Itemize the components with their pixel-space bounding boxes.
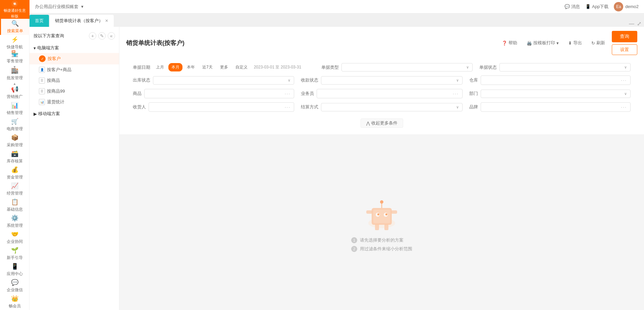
- bill-type-label: 单据类型: [321, 64, 339, 70]
- by-product-99-icon: ☰: [39, 88, 45, 94]
- brand-input[interactable]: ···: [481, 102, 631, 112]
- svg-text:畅: 畅: [13, 2, 16, 5]
- dept-arrow: ∨: [624, 92, 627, 96]
- query-button[interactable]: 查询: [612, 31, 637, 42]
- sidebar-item-inventory[interactable]: 🗃️ 库存核算: [0, 149, 30, 165]
- dept-input[interactable]: ∨: [481, 90, 631, 98]
- mobile-section-label[interactable]: ▶ 移动端方案: [30, 109, 119, 119]
- date-btn-lastmonth[interactable]: 上月: [153, 63, 167, 71]
- sidebar-item-marketing[interactable]: 📢 营销推广: [0, 85, 30, 101]
- scheme-item-by-customer-product[interactable]: 👤 按客户+商品: [30, 64, 119, 75]
- receive-status-label: 收款状态: [301, 77, 318, 83]
- settlement-filter: 结算方式 ∨: [301, 103, 462, 111]
- tab-close-icon[interactable]: ✕: [105, 18, 108, 23]
- mobile-triangle-icon: ▶: [34, 111, 37, 116]
- collapse-btn[interactable]: ⋀ 收起更多条件: [361, 118, 403, 128]
- edit-scheme-btn[interactable]: ✎: [98, 32, 106, 40]
- print-icon: 🖨️: [527, 41, 532, 46]
- download-icon: 📱: [585, 4, 591, 9]
- date-btn-more[interactable]: 更多: [217, 63, 231, 71]
- date-btn-7days[interactable]: 近7天: [199, 63, 216, 71]
- help-icon: ❓: [502, 41, 507, 46]
- receiver-input[interactable]: ···: [149, 102, 294, 112]
- staff-input[interactable]: ···: [317, 89, 462, 98]
- date-btn-thisyear[interactable]: 本年: [184, 63, 198, 71]
- return-stats-icon: 📊: [39, 99, 45, 105]
- quicknav-icon: ⚡: [11, 36, 18, 43]
- newbie-icon: 🌱: [11, 247, 18, 254]
- top-header: 办公用品行业模拟账套 ▾ 💬 消息 📱 App下载 Ea demo2: [30, 0, 644, 13]
- app-download-btn[interactable]: 📱 App下载: [585, 4, 608, 10]
- sidebar-ecommerce-label: 电商管理: [7, 126, 23, 132]
- date-btn-custom[interactable]: 自定义: [232, 63, 251, 71]
- sidebar-item-basics[interactable]: 📋 基础信息: [0, 197, 30, 213]
- sidebar-item-system[interactable]: ⚙️ 系统管理: [0, 213, 30, 229]
- svg-rect-14: [391, 210, 397, 214]
- sidebar-member-label: 畅会员: [9, 303, 21, 309]
- refresh-label: 刷新: [596, 40, 605, 46]
- bill-type-arrow: ∨: [466, 65, 469, 69]
- member-icon: 👑: [11, 295, 18, 302]
- sidebar-item-appcenter[interactable]: 📱 应用中心: [0, 262, 30, 278]
- sidebar-item-enterprise[interactable]: 🤝 企业协同: [0, 229, 30, 246]
- settlement-input[interactable]: ∨: [321, 103, 462, 111]
- by-product-icon: ☰: [39, 78, 45, 84]
- tab-bar: 首页 销货单统计表（按客户） ✕ — ⤢: [30, 13, 644, 27]
- sidebar-retail-label: 零售管理: [7, 58, 23, 64]
- scheme-item-return-stats[interactable]: 📊 退货统计: [30, 97, 119, 107]
- collapse-panel-btn[interactable]: «: [108, 32, 115, 40]
- export-btn[interactable]: ⬇ 导出: [566, 39, 585, 47]
- date-btn-thismonth[interactable]: 本月: [168, 63, 182, 71]
- sidebar-item-wholesale[interactable]: 🏬 批发管理 ▲: [0, 68, 30, 85]
- tab-sales-stats[interactable]: 销货单统计表（按客户） ✕: [50, 15, 114, 27]
- empty-tips: 1 请先选择要分析的方案 2 用过滤条件来缩小分析范围: [351, 237, 412, 252]
- return-stats-label: 退货统计: [47, 99, 64, 105]
- user-profile[interactable]: Ea demo2: [614, 2, 639, 11]
- logo-icon: 畅: [9, 0, 21, 7]
- industry-selector[interactable]: 办公用品行业模拟账套 ▾: [35, 4, 84, 10]
- bill-status-input[interactable]: ∨: [499, 63, 631, 71]
- message-btn[interactable]: 💬 消息: [565, 4, 580, 10]
- receive-status-input[interactable]: ∨: [321, 76, 462, 85]
- scheme-item-by-product-99[interactable]: ☰ 按商品99: [30, 86, 119, 97]
- sidebar-item-search[interactable]: 🔍 搜索菜单: [0, 19, 30, 35]
- refresh-btn[interactable]: ↻ 刷新: [589, 39, 608, 47]
- sidebar-item-retail[interactable]: 🏪 零售管理 ▼: [0, 51, 30, 68]
- sidebar-appcenter-label: 应用中心: [7, 271, 23, 277]
- sidebar-item-member[interactable]: 👑 畅会员: [0, 294, 30, 310]
- desktop-section-label[interactable]: ▾ 电脑端方案: [30, 43, 119, 53]
- help-btn[interactable]: ❓ 帮助: [499, 39, 520, 47]
- settlement-arrow: ∨: [456, 105, 459, 109]
- collapse-up-icon: ⋀: [366, 121, 370, 126]
- sidebar-item-sales[interactable]: 📊 销售管理: [0, 101, 30, 117]
- tip-num-2: 2: [351, 246, 357, 252]
- tab-home[interactable]: 首页: [30, 15, 49, 27]
- sidebar-item-wechat[interactable]: 💬 企业微信: [0, 278, 30, 294]
- message-label: 消息: [571, 4, 580, 10]
- tab-minimize-btn[interactable]: —: [629, 21, 634, 27]
- bill-type-input[interactable]: ∨: [341, 63, 473, 71]
- settings-button[interactable]: 设置: [612, 44, 637, 55]
- tab-maximize-btn[interactable]: ⤢: [637, 20, 641, 27]
- sidebar-item-quicknav[interactable]: ⚡ 快捷导航: [0, 35, 30, 51]
- warehouse-input[interactable]: ···: [481, 75, 631, 85]
- sidebar-item-finance[interactable]: 💰 资金管理: [0, 165, 30, 181]
- product-filter: 商品 ···: [133, 89, 294, 98]
- sidebar-item-purchase[interactable]: 📦 采购管理: [0, 133, 30, 149]
- out-status-input[interactable]: ∨: [153, 76, 294, 85]
- left-panel: 按以下方案查询 + ✎ « ▾ 电脑端方案: [30, 27, 119, 310]
- sidebar-system-label: 系统管理: [7, 223, 23, 228]
- filter-area: 单据日期 上月 本月 本年 近7天 更多 自定义 20: [126, 59, 637, 135]
- bill-status-filter: 单据状态 ∨: [479, 63, 631, 71]
- ecommerce-icon: 🛒: [11, 118, 18, 125]
- sidebar-item-newbie[interactable]: 🌱 新手引导: [0, 246, 30, 262]
- product-input[interactable]: ···: [144, 89, 294, 98]
- sidebar-item-operations[interactable]: 📈 经营管理: [0, 181, 30, 197]
- print-btn[interactable]: 🖨️ 按模板打印 ▾: [524, 39, 561, 47]
- add-scheme-btn[interactable]: +: [89, 32, 96, 40]
- filter-row-2: 出库状态 ∨ 收款状态 ∨: [133, 75, 631, 85]
- receiver-label: 收货人: [133, 104, 146, 110]
- scheme-item-by-customer[interactable]: ✓ 按客户: [30, 53, 119, 64]
- scheme-item-by-product[interactable]: ☰ 按商品: [30, 75, 119, 86]
- sidebar-item-ecommerce[interactable]: 🛒 电商管理: [0, 117, 30, 133]
